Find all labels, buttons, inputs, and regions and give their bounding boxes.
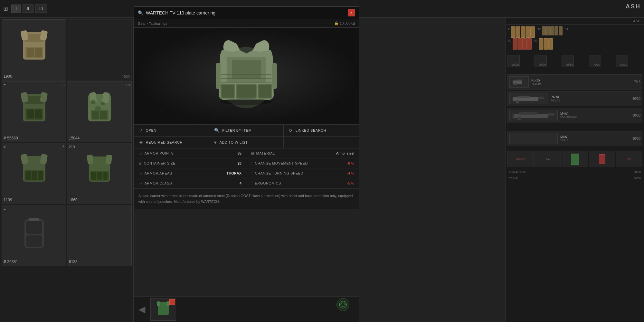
slot-1-label: 20/20 <box>511 63 519 66</box>
ammo-cell-1[interactable]: 249/300 <box>507 151 534 167</box>
svg-rect-36 <box>103 172 108 180</box>
762-row: 762x51 30/30 <box>506 175 644 182</box>
equipped-vest-slot[interactable] <box>150 298 176 321</box>
add-to-wishlist-button[interactable]: ♥ ADD TO W-LIST <box>209 137 284 148</box>
equip-slot-3[interactable]: 29/30 <box>562 55 574 67</box>
shield-icon-1: 🛡 <box>138 151 143 156</box>
armor-areas-row: 🛡 ARMOR AREAS THORAX <box>134 168 246 178</box>
armor-areas-label: 🛡 ARMOR AREAS <box>138 171 172 175</box>
filter-icon: 🔍 <box>214 128 220 133</box>
container-size-text: CONTAINER SIZE <box>144 161 175 165</box>
inventory-item-3[interactable]: ≡ 3 ₽ 56660 <box>2 81 66 142</box>
count-5: 5 <box>507 26 510 38</box>
inventory-item-8[interactable]: 6138 <box>67 205 132 266</box>
required-search-button[interactable]: ⊕ REQUIRED SEARCH <box>134 137 209 148</box>
weapon-slot-m4a1[interactable]: M4A1 556x45NATO 30/30 <box>507 108 642 123</box>
pl15-svg <box>511 78 527 86</box>
svg-rect-28 <box>32 171 37 180</box>
para-svg <box>511 94 546 104</box>
tab-1[interactable]: I <box>11 5 21 13</box>
weight-info: 🔒 10.300Kg <box>334 21 355 25</box>
nato-count: 30/30 <box>633 170 641 174</box>
left-inventory-panel: 1900 1900 ≡ 3 ₽ 56660 <box>0 18 134 322</box>
ammo-cell-5[interactable]: 5/5 <box>616 151 642 167</box>
svg-rect-39 <box>26 235 42 247</box>
weapon-slot-m4a1b[interactable]: M4A1 762x51 30/30 <box>507 131 642 146</box>
pl15-name: PL-15 <box>531 79 632 82</box>
slot-3-label: 29/30 <box>566 63 573 66</box>
ergonomics-label: ↕ ERGONOMICS <box>251 181 281 185</box>
red-item <box>599 154 605 164</box>
vest-image-1 <box>16 29 52 71</box>
equip-slot-2[interactable]: 20/20 <box>535 55 547 67</box>
armor-class-value: 4 <box>240 181 242 185</box>
open-label: OPEN <box>146 128 156 132</box>
linked-icon: ⟳ <box>289 128 293 133</box>
inventory-item-4[interactable]: 15044 19 <box>67 81 132 142</box>
svg-rect-51 <box>216 63 221 89</box>
popup-actions-row1: ↗ OPEN 🔍 FILTER BY ITEM ⟳ LINKED SEARCH <box>134 124 359 137</box>
tab-group: I II III <box>11 5 47 13</box>
material-label: ⊞ MATERIAL <box>251 151 275 156</box>
weapon-slot-pl15[interactable]: PL-15 762x39 7/16 <box>507 74 642 90</box>
inventory-item-2[interactable]: 1900 <box>67 19 132 80</box>
tab-2[interactable]: II <box>23 5 33 13</box>
inventory-item-5[interactable]: 5 ≡ 1139 <box>2 143 66 204</box>
pl15-info: PL-15 762x39 <box>531 79 632 85</box>
ammo-cell-2[interactable]: 1/4 <box>535 151 561 167</box>
filter-by-item-button[interactable]: 🔍 FILTER BY ITEM <box>209 125 284 136</box>
grid-icon-stat: ⊞ <box>138 161 142 166</box>
equipment-cells: 20/20 20/20 29/30 0/30 30/30 <box>506 53 644 70</box>
count-50b: 50 <box>534 38 538 50</box>
required-icon: ⊕ <box>139 140 143 145</box>
wishlist-label: ADD TO W-LIST <box>219 140 248 144</box>
m4a1b-ammo: 762x51 <box>560 139 630 142</box>
nav-arrow-left[interactable]: ◀ <box>138 304 146 315</box>
inventory-item-1[interactable]: 1900 <box>2 19 66 80</box>
equip-slot-4[interactable]: 0/30 <box>589 55 601 67</box>
ammo-sm-2 <box>546 26 550 35</box>
ammo-r-1 <box>513 38 517 50</box>
svg-rect-34 <box>91 172 96 180</box>
movement-speed-label: ↕ CHANGE MOVEMENT SPEED <box>251 161 308 166</box>
armor-class-text: ARMOR CLASS <box>145 181 172 185</box>
ergonomics-row: ↕ ERGONOMICS -5 % <box>246 178 359 188</box>
ammo-cell-4[interactable] <box>589 151 615 167</box>
weapon-slot-para[interactable]: PARA 762x39 30/30 <box>507 91 642 106</box>
turning-speed-text: CHANGE TURNING SPEED <box>255 171 303 175</box>
svg-point-18 <box>100 102 105 105</box>
linked-search-button[interactable]: ⟳ LINKED SEARCH <box>284 125 359 136</box>
item-5-stack: ≡ <box>4 145 5 149</box>
armor-areas-value: THORAX <box>227 171 242 175</box>
svg-rect-62 <box>538 97 544 99</box>
close-button[interactable]: × <box>348 9 355 16</box>
search-icon: 🔍 <box>138 10 143 15</box>
armor-points-row: 🛡 ARMOR POINTS 85 <box>134 148 246 158</box>
ammo-group-2 <box>542 26 563 38</box>
green-item <box>571 154 579 165</box>
container-size-row: ⊞ CONTAINER SIZE 23 <box>134 158 246 168</box>
turning-icon: ↕ <box>251 171 253 175</box>
inventory-item-7[interactable]: ₽ 29381 ≡ <box>2 205 66 266</box>
item-6-price: 1860 <box>69 198 78 202</box>
item-6-count-label: 219 <box>69 145 75 149</box>
equip-slot-1[interactable]: 20/20 <box>507 55 520 67</box>
para-info: PARA 762x39 <box>551 95 630 102</box>
para-ammo: 762x39 <box>551 99 630 102</box>
svg-rect-13 <box>35 109 42 118</box>
ammo-cell-3[interactable] <box>562 151 588 167</box>
ammo-r-2 <box>517 38 522 50</box>
svg-rect-31 <box>87 155 94 164</box>
tab-3[interactable]: III <box>35 5 47 13</box>
ammo-sm-4 <box>554 26 558 35</box>
ammo-count-249: 249/300 <box>516 158 526 161</box>
target-icon[interactable] <box>336 298 349 311</box>
item-5-price: 1139 <box>4 198 12 202</box>
equip-slot-5[interactable]: 30/30 <box>616 55 628 67</box>
open-button[interactable]: ↗ OPEN <box>134 125 209 136</box>
para-image <box>509 93 548 104</box>
svg-rect-22 <box>100 111 107 119</box>
svg-point-17 <box>90 100 96 104</box>
svg-rect-25 <box>40 154 48 164</box>
inventory-item-6[interactable]: 1860 219 <box>67 143 132 204</box>
